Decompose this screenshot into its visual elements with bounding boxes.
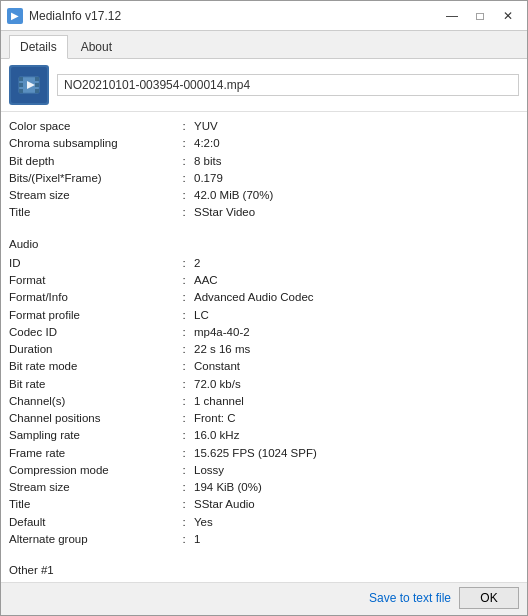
table-row: Color space : YUV: [9, 118, 519, 135]
table-row: Title : SStar Audio: [9, 496, 519, 513]
save-to-text-link[interactable]: Save to text file: [369, 591, 451, 605]
svg-rect-4: [35, 77, 39, 81]
info-key: Channel positions: [9, 410, 174, 427]
svg-rect-1: [19, 77, 23, 81]
info-key: Default: [9, 514, 174, 531]
tab-about[interactable]: About: [70, 35, 123, 58]
info-colon: :: [174, 289, 194, 306]
info-val: 2: [194, 255, 519, 272]
info-val: 4:2:0: [194, 135, 519, 152]
info-val: 194 KiB (0%): [194, 479, 519, 496]
info-colon: :: [174, 376, 194, 393]
info-colon: :: [174, 410, 194, 427]
table-row: Chroma subsampling : 4:2:0: [9, 135, 519, 152]
info-val: 72.0 kb/s: [194, 376, 519, 393]
table-row: Frame rate : 15.625 FPS (1024 SPF): [9, 445, 519, 462]
ok-button[interactable]: OK: [459, 587, 519, 609]
info-key: Codec ID: [9, 324, 174, 341]
info-colon: :: [174, 153, 194, 170]
info-key: Color space: [9, 118, 174, 135]
info-val: Constant: [194, 358, 519, 375]
info-colon: :: [174, 307, 194, 324]
film-icon-inner: [11, 67, 47, 103]
table-row: Format : AAC: [9, 272, 519, 289]
info-val: 1: [194, 531, 519, 548]
table-row: Stream size : 42.0 MiB (70%): [9, 187, 519, 204]
info-colon: :: [174, 204, 194, 221]
table-row: Alternate group : 1: [9, 531, 519, 548]
audio-section-header: Audio: [9, 236, 519, 253]
table-row: Compression mode : Lossy: [9, 462, 519, 479]
table-row: Format profile : LC: [9, 307, 519, 324]
table-row: Bit rate : 72.0 kb/s: [9, 376, 519, 393]
info-key: Duration: [9, 341, 174, 358]
info-key: Stream size: [9, 187, 174, 204]
info-val: Front: C: [194, 410, 519, 427]
info-colon: :: [174, 531, 194, 548]
info-colon: :: [174, 445, 194, 462]
info-val: 16.0 kHz: [194, 427, 519, 444]
info-val: 1 channel: [194, 393, 519, 410]
info-colon: :: [174, 135, 194, 152]
info-val: LC: [194, 307, 519, 324]
title-bar-left: ▶ MediaInfo v17.12: [7, 8, 121, 24]
info-colon: :: [174, 255, 194, 272]
file-path-bar: [1, 59, 527, 112]
info-val: 8 bits: [194, 153, 519, 170]
info-colon: :: [174, 324, 194, 341]
info-colon: :: [174, 341, 194, 358]
info-val: YUV: [194, 118, 519, 135]
info-val: Advanced Audio Codec: [194, 289, 519, 306]
table-row: Bit depth : 8 bits: [9, 153, 519, 170]
table-row: ID : 2: [9, 255, 519, 272]
info-key: Compression mode: [9, 462, 174, 479]
video-info-rows: Color space : YUV Chroma subsampling : 4…: [9, 118, 519, 222]
info-colon: :: [174, 272, 194, 289]
audio-info-rows: ID : 2 Format : AAC Format/Info : Advanc…: [9, 255, 519, 548]
svg-rect-5: [35, 83, 39, 87]
tab-bar: Details About: [1, 31, 527, 59]
info-val: 22 s 16 ms: [194, 341, 519, 358]
info-key: Frame rate: [9, 445, 174, 462]
title-bar: ▶ MediaInfo v17.12 — □ ✕: [1, 1, 527, 31]
table-row: Bit rate mode : Constant: [9, 358, 519, 375]
info-colon: :: [174, 496, 194, 513]
minimize-button[interactable]: —: [439, 6, 465, 26]
info-key: Channel(s): [9, 393, 174, 410]
info-key: Bit depth: [9, 153, 174, 170]
app-icon: ▶: [7, 8, 23, 24]
main-window: ▶ MediaInfo v17.12 — □ ✕ Details About: [0, 0, 528, 616]
table-row: Format/Info : Advanced Audio Codec: [9, 289, 519, 306]
info-colon: :: [174, 358, 194, 375]
info-key: Bit rate mode: [9, 358, 174, 375]
info-colon: :: [174, 479, 194, 496]
svg-rect-3: [19, 89, 23, 93]
info-key: Chroma subsampling: [9, 135, 174, 152]
maximize-button[interactable]: □: [467, 6, 493, 26]
info-key: Bits/(Pixel*Frame): [9, 170, 174, 187]
info-colon: :: [174, 462, 194, 479]
info-key: Stream size: [9, 479, 174, 496]
svg-rect-2: [19, 83, 23, 87]
tab-details[interactable]: Details: [9, 35, 68, 59]
table-row: Channel(s) : 1 channel: [9, 393, 519, 410]
info-colon: :: [174, 393, 194, 410]
info-key: ID: [9, 255, 174, 272]
info-scroll[interactable]: Color space : YUV Chroma subsampling : 4…: [1, 112, 527, 582]
file-path-input[interactable]: [57, 74, 519, 96]
close-button[interactable]: ✕: [495, 6, 521, 26]
info-colon: :: [174, 187, 194, 204]
info-colon: :: [174, 118, 194, 135]
table-row: Stream size : 194 KiB (0%): [9, 479, 519, 496]
info-key: Bit rate: [9, 376, 174, 393]
info-val: 0.179: [194, 170, 519, 187]
table-row: Sampling rate : 16.0 kHz: [9, 427, 519, 444]
info-colon: :: [174, 514, 194, 531]
table-row: Bits/(Pixel*Frame) : 0.179: [9, 170, 519, 187]
bottom-bar: Save to text file OK: [1, 582, 527, 615]
info-val: mp4a-40-2: [194, 324, 519, 341]
info-colon: :: [174, 427, 194, 444]
info-key: Format profile: [9, 307, 174, 324]
table-row: Channel positions : Front: C: [9, 410, 519, 427]
film-icon: [9, 65, 49, 105]
